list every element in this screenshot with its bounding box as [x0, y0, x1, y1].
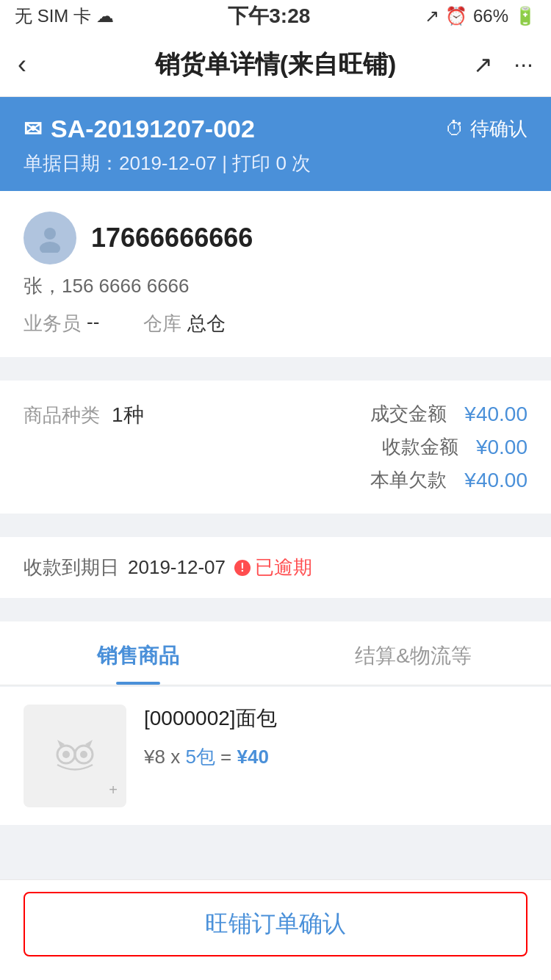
tab-sales-label: 销售商品 — [97, 644, 179, 667]
confirm-button[interactable]: 旺铺订单确认 — [24, 892, 527, 956]
order-id: SA-20191207-002 — [51, 115, 255, 143]
page-title: 销货单详情(来自旺铺) — [155, 48, 397, 82]
goods-type-label: 商品种类 — [24, 403, 100, 428]
overdue-text: 已逾期 — [255, 555, 312, 580]
divider-2 — [0, 525, 551, 537]
goods-type-value: 1种 — [112, 401, 144, 429]
customer-name: 张，156 6666 6666 — [24, 273, 527, 299]
order-header: ✉ SA-20191207-002 ⏱ 待确认 单据日期：2019-12-07 … — [0, 97, 551, 191]
collected-amount: 收款金额 ¥0.00 — [382, 434, 527, 460]
battery-text: 66% — [473, 6, 508, 26]
status-text: 待确认 — [470, 116, 527, 142]
svg-point-1 — [40, 242, 60, 253]
customer-section: 17666666666 张，156 6666 6666 业务员 -- 仓库 总仓 — [0, 191, 551, 357]
warehouse-label: 仓库 — [143, 311, 181, 336]
email-icon: ✉ — [24, 116, 42, 142]
customer-row: 17666666666 — [24, 212, 527, 264]
due-date-section: 收款到期日 2019-12-07 ! 已逾期 — [0, 537, 551, 598]
tabs-row: 销售商品 结算&物流等 — [0, 621, 551, 685]
location-icon: ↗ — [425, 6, 439, 26]
bottom-bar: 旺铺订单确认 — [0, 879, 551, 980]
tab-settlement-label: 结算&物流等 — [355, 644, 472, 667]
overdue-badge: ! 已逾期 — [234, 555, 312, 580]
product-quantity: 5包 — [185, 746, 215, 768]
more-icon[interactable]: ··· — [514, 51, 533, 78]
due-date-label: 收款到期日 — [24, 555, 119, 580]
customer-phone: 17666666666 — [91, 223, 253, 253]
alarm-icon: ⏰ — [445, 6, 467, 26]
warehouse: 仓库 总仓 — [143, 311, 226, 336]
amounts-right: 成交金额 ¥40.00 收款金额 ¥0.00 本单欠款 ¥40.00 — [370, 401, 527, 493]
transaction-value: ¥40.00 — [464, 403, 527, 426]
amounts-grid: 商品种类 1种 成交金额 ¥40.00 收款金额 ¥0.00 本单欠款 ¥40.… — [24, 401, 527, 493]
owed-label: 本单欠款 — [370, 467, 447, 493]
product-section: + [0000002]面包 ¥8 x 5包 = ¥40 — [0, 687, 551, 825]
product-eq-sign: = — [220, 746, 231, 768]
status-left: 无 SIM 卡 ☁ — [15, 4, 114, 28]
status-time: 下午3:28 — [228, 2, 310, 30]
divider-1 — [0, 369, 551, 381]
order-number: ✉ SA-20191207-002 — [24, 115, 255, 143]
sales-label: 业务员 — [24, 311, 81, 336]
nav-bar: ‹ 销货单详情(来自旺铺) ↗ ··· — [0, 32, 551, 97]
product-item: + [0000002]面包 ¥8 x 5包 = ¥40 — [24, 705, 527, 807]
divider-3 — [0, 610, 551, 621]
product-total: ¥40 — [237, 746, 269, 768]
amounts-section: 商品种类 1种 成交金额 ¥40.00 收款金额 ¥0.00 本单欠款 ¥40.… — [0, 381, 551, 514]
brand-plus-icon: + — [109, 782, 118, 799]
status-badge: ⏱ 待确认 — [445, 116, 527, 142]
svg-point-0 — [44, 228, 56, 239]
sales-value: -- — [87, 311, 99, 336]
clock-icon: ⏱ — [445, 118, 464, 140]
customer-details: 业务员 -- 仓库 总仓 — [24, 311, 527, 336]
no-sim-text: 无 SIM 卡 ☁ — [15, 4, 114, 28]
product-price-row: ¥8 x 5包 = ¥40 — [144, 744, 527, 770]
confirm-button-label: 旺铺订单确认 — [205, 908, 346, 940]
product-x: x — [170, 746, 180, 768]
transaction-label: 成交金额 — [370, 401, 447, 427]
owed-amount: 本单欠款 ¥40.00 — [370, 467, 527, 493]
product-thumbnail: + — [24, 705, 126, 807]
collected-value: ¥0.00 — [476, 436, 527, 459]
owed-value: ¥40.00 — [464, 469, 527, 492]
back-button[interactable]: ‹ — [18, 42, 34, 87]
overdue-dot-icon: ! — [234, 560, 251, 576]
nav-right-actions: ↗ ··· — [473, 51, 533, 79]
tabs-section: 销售商品 结算&物流等 — [0, 621, 551, 685]
product-info: [0000002]面包 ¥8 x 5包 = ¥40 — [144, 705, 527, 770]
battery-icon: 🔋 — [514, 6, 536, 26]
status-right: ↗ ⏰ 66% 🔋 — [425, 6, 536, 26]
avatar — [24, 212, 76, 264]
share-icon[interactable]: ↗ — [473, 51, 493, 79]
tab-settlement[interactable]: 结算&物流等 — [276, 621, 551, 685]
svg-point-5 — [80, 751, 87, 758]
transaction-amount: 成交金额 ¥40.00 — [370, 401, 527, 427]
collected-label: 收款金额 — [382, 434, 458, 460]
order-meta: 单据日期：2019-12-07 | 打印 0 次 — [24, 151, 527, 176]
sales-person: 业务员 -- — [24, 311, 99, 336]
tab-sales-goods[interactable]: 销售商品 — [0, 621, 276, 685]
status-bar: 无 SIM 卡 ☁ 下午3:28 ↗ ⏰ 66% 🔋 — [0, 0, 551, 32]
due-date-value: 2019-12-07 — [128, 556, 226, 579]
product-price: ¥8 — [144, 746, 165, 768]
goods-type: 商品种类 1种 — [24, 401, 144, 429]
warehouse-value: 总仓 — [187, 311, 226, 336]
order-header-top: ✉ SA-20191207-002 ⏱ 待确认 — [24, 115, 527, 143]
svg-point-4 — [62, 751, 70, 758]
product-name: [0000002]面包 — [144, 705, 527, 732]
